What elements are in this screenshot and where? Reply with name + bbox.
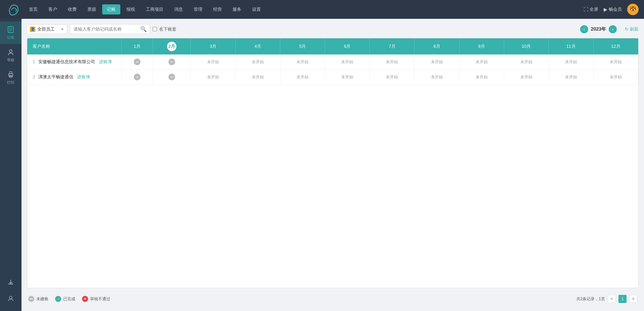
not-started-text: 未开始 bbox=[520, 60, 532, 64]
download-icon bbox=[7, 278, 15, 286]
audit-icon bbox=[7, 48, 15, 56]
nav-home[interactable]: 首页 bbox=[24, 4, 42, 14]
cell-m12: 未开始 bbox=[593, 70, 638, 85]
not-started-text: 未开始 bbox=[386, 75, 398, 79]
nav-settings[interactable]: 设置 bbox=[247, 4, 266, 14]
cell-m2: − bbox=[153, 70, 191, 85]
nav-business[interactable]: 工商项目 bbox=[141, 4, 168, 14]
vip-button[interactable]: ▶ 畅会员 bbox=[604, 6, 622, 12]
checkbox-text: 名下账套 bbox=[159, 26, 176, 32]
sidebar-item-print[interactable]: 打印 bbox=[0, 67, 22, 89]
top-nav: 首页 客户 收费 票据 记账 报税 工商项目 消息 管理 经营 服务 设置 ⛶ … bbox=[0, 0, 644, 19]
nav-customer[interactable]: 客户 bbox=[44, 4, 62, 14]
cell-m6: 未开始 bbox=[325, 54, 370, 70]
nav-fee[interactable]: 收费 bbox=[63, 4, 81, 14]
nav-right: ⛶ 全屏 ▶ 畅会员 🐯 bbox=[583, 4, 639, 15]
page-1-button[interactable]: 1 bbox=[618, 295, 627, 303]
cell-m7: 未开始 bbox=[370, 70, 414, 85]
nav-invoice[interactable]: 票据 bbox=[83, 4, 101, 14]
my-accounts-checkbox[interactable] bbox=[153, 27, 157, 31]
status-bar: 未建账 ✓ 已完成 ✕ 审核不通过 共2条记录，1页 < 1 > bbox=[27, 292, 639, 306]
nav-service[interactable]: 服务 bbox=[228, 4, 246, 14]
refresh-button[interactable]: ↻ 刷新 bbox=[625, 26, 639, 32]
search-button[interactable]: 🔍 bbox=[137, 25, 150, 34]
col-header-m2: 2月 bbox=[153, 38, 191, 54]
dash-icon: − bbox=[134, 59, 140, 65]
cell-m10: 未开始 bbox=[504, 70, 549, 85]
sidebar-label-bookkeeping: 记账 bbox=[7, 35, 14, 40]
row-index: 1 bbox=[33, 59, 35, 64]
total-records: 共2条记录，1页 bbox=[576, 296, 605, 302]
nav-operation[interactable]: 经营 bbox=[208, 4, 227, 14]
svg-rect-11 bbox=[30, 299, 33, 299]
col-header-m5: 5月 bbox=[280, 38, 325, 54]
sidebar: 记账 审核 打印 bbox=[0, 19, 22, 311]
employee-icon: 👤 bbox=[30, 27, 35, 32]
cell-m5: 未开始 bbox=[280, 70, 325, 85]
pagination: 共2条记录，1页 < 1 > bbox=[576, 295, 637, 303]
not-started-text: 未开始 bbox=[207, 60, 219, 64]
cell-m12: 未开始 bbox=[593, 54, 638, 70]
active-month-badge: 2月 bbox=[167, 42, 176, 51]
next-year-button[interactable]: › bbox=[609, 25, 617, 33]
cell-m6: 未开始 bbox=[325, 70, 370, 85]
user-icon bbox=[7, 294, 15, 302]
cell-customer-name: 2 漯澳太平畅捷通信 进账簿 bbox=[27, 70, 121, 85]
status-rejected: ✕ 审核不通过 bbox=[82, 296, 110, 302]
sidebar-download[interactable] bbox=[0, 275, 22, 289]
not-started-text: 未开始 bbox=[431, 60, 443, 64]
not-created-icon bbox=[28, 296, 34, 302]
nav-bookkeeping[interactable]: 记账 bbox=[102, 4, 120, 14]
cell-m4: 未开始 bbox=[236, 70, 280, 85]
not-started-text: 未开始 bbox=[252, 75, 264, 79]
cell-m3: 未开始 bbox=[191, 70, 236, 85]
not-started-text: 未开始 bbox=[431, 75, 443, 79]
customer-name-text: 安徽畅捷通信息技术有限公司 bbox=[38, 59, 95, 64]
sidebar-bottom bbox=[0, 275, 22, 311]
sidebar-user[interactable] bbox=[0, 291, 22, 306]
enter-ledger-button[interactable]: 进账簿 bbox=[99, 59, 112, 64]
status-completed: ✓ 已完成 bbox=[55, 296, 75, 302]
col-header-m3: 3月 bbox=[191, 38, 236, 54]
col-header-m11: 11月 bbox=[549, 38, 593, 54]
vip-label: 畅会员 bbox=[609, 6, 622, 12]
not-started-text: 未开始 bbox=[252, 60, 264, 64]
not-started-text: 未开始 bbox=[520, 75, 532, 79]
nav-manage[interactable]: 管理 bbox=[189, 4, 207, 14]
checkbox-label[interactable]: 名下账套 bbox=[153, 26, 176, 32]
prev-page-button[interactable]: < bbox=[608, 295, 616, 303]
vip-icon: ▶ bbox=[604, 7, 607, 12]
cell-m3: 未开始 bbox=[191, 54, 236, 70]
cell-m1: − bbox=[121, 70, 153, 85]
fullscreen-icon: ⛶ bbox=[583, 7, 588, 12]
next-page-button[interactable]: > bbox=[629, 295, 637, 303]
employee-label: 全部员工 bbox=[37, 26, 55, 32]
year-text: 2023年 bbox=[591, 26, 606, 32]
dash-icon: − bbox=[168, 74, 175, 80]
cell-m5: 未开始 bbox=[280, 54, 325, 70]
search-input[interactable] bbox=[70, 25, 137, 33]
col-header-m8: 8月 bbox=[414, 38, 459, 54]
avatar[interactable]: 🐯 bbox=[627, 4, 639, 15]
prev-year-button[interactable]: ‹ bbox=[580, 25, 588, 33]
sidebar-item-audit[interactable]: 审核 bbox=[0, 44, 22, 67]
employee-select[interactable]: 👤 全部员工 ▼ bbox=[27, 25, 67, 34]
nav-message[interactable]: 消息 bbox=[169, 4, 188, 14]
fullscreen-label: 全屏 bbox=[590, 6, 598, 12]
customer-name-text: 漯澳太平畅捷通信 bbox=[38, 74, 73, 79]
search-box: 🔍 bbox=[70, 24, 150, 34]
enter-ledger-button[interactable]: 进账簿 bbox=[77, 74, 90, 79]
col-header-m9: 9月 bbox=[459, 38, 504, 54]
not-started-text: 未开始 bbox=[296, 75, 309, 79]
cell-m7: 未开始 bbox=[370, 54, 414, 70]
cell-m10: 未开始 bbox=[504, 54, 549, 70]
cell-customer-name: 1 安徽畅捷通信息技术有限公司 进账簿 bbox=[27, 54, 121, 70]
fullscreen-button[interactable]: ⛶ 全屏 bbox=[583, 6, 598, 12]
cell-m2: − bbox=[153, 54, 191, 70]
refresh-icon: ↻ bbox=[625, 27, 629, 32]
sidebar-item-bookkeeping[interactable]: 记账 bbox=[0, 22, 22, 44]
cell-m9: 未开始 bbox=[459, 54, 504, 70]
nav-tax[interactable]: 报税 bbox=[122, 4, 140, 14]
sidebar-label-print: 打印 bbox=[7, 80, 14, 85]
not-started-text: 未开始 bbox=[565, 75, 577, 79]
